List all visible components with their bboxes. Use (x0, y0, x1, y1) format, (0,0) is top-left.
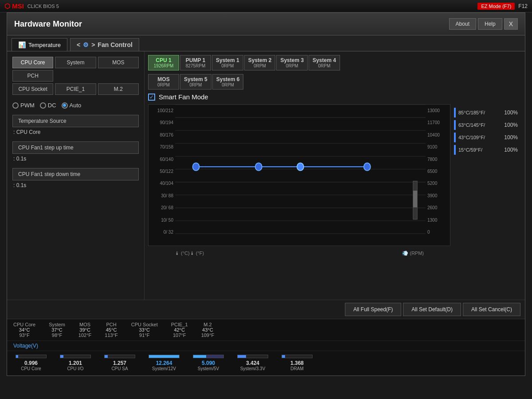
reading-pcie1-tempf: 107°F (173, 332, 186, 338)
fahrenheit-icon: 🌡 (°F) (190, 250, 204, 256)
tab-temperature[interactable]: 📊 Temperature (12, 38, 67, 51)
about-button[interactable]: About (449, 18, 476, 30)
chart-y-right: 13000 11700 10400 9100 7800 6500 5200 39… (426, 105, 450, 246)
voltage-cpu-sa-bar-container (104, 355, 135, 358)
pwm-radio-outer (12, 102, 19, 109)
pwm-radio[interactable]: PWM (12, 102, 35, 109)
main-content: CPU Core System MOS PCH CPU Socket PCIE_… (7, 51, 525, 300)
auto-radio-dot (63, 104, 66, 107)
mode-radios: PWM DC Auto (12, 102, 139, 109)
fan-sys5[interactable]: System 5 0RPM (180, 74, 211, 90)
voltage-dram-bar-container (282, 355, 313, 358)
chart-y-left: 100/212 90/194 80/176 70/158 60/140 50/1… (149, 105, 175, 246)
rpm-label-6: 5200 (427, 181, 448, 186)
rpm-label-1: 11700 (427, 120, 448, 125)
set-cancel-button[interactable]: All Set Cancel(C) (463, 303, 520, 316)
check-icon: ✓ (149, 94, 154, 100)
smart-fan-checkbox[interactable]: ✓ (148, 94, 155, 101)
tab-fan-control[interactable]: < ⚙ > Fan Control (70, 38, 139, 51)
sensor-cpu-socket[interactable]: CPU Socket (12, 83, 53, 95)
sensor-mos[interactable]: MOS (98, 57, 139, 68)
fan-sys3-name: System 3 (280, 57, 304, 63)
voltage-sys12v-bar (149, 355, 179, 358)
temp-indicators: 85°C/185°F/ 100% 63°C/145°F/ 100% 43°C/1… (450, 104, 521, 257)
voltage-sys33v: 3.424 System/3.3V (235, 355, 270, 371)
voltage-sys12v-bar-container (149, 355, 180, 358)
step-up-button[interactable]: CPU Fan1 step up time (12, 141, 139, 154)
sensor-pch[interactable]: PCH (12, 70, 53, 82)
fan-sys2[interactable]: System 2 0RPM (244, 55, 276, 70)
tab-fan-label: Fan Control (98, 41, 133, 48)
reading-m2-name: M.2 (203, 322, 211, 327)
sensor-cpu-core[interactable]: CPU Core (12, 57, 53, 68)
reading-system-tempf: 98°F (52, 332, 62, 338)
tab-temperature-label: Temperature (28, 42, 61, 48)
fan-mos-name: MOS (152, 76, 175, 82)
set-default-button[interactable]: All Set Default(D) (403, 303, 461, 316)
fan-chart[interactable]: 100/212 90/194 80/176 70/158 60/140 50/1… (148, 104, 450, 246)
help-button[interactable]: Help (478, 18, 502, 30)
fan-sys4[interactable]: System 4 0RPM (309, 55, 340, 70)
reading-m2-temp: 43°C (202, 327, 213, 332)
reading-mos-name: MOS (79, 322, 90, 327)
temp-text-2: 63°C/145°F/ (458, 122, 501, 128)
temp-row-2: 63°C/145°F/ 100% (454, 120, 518, 130)
y-label-10: 0/ 32 (150, 230, 173, 235)
fan-sys5-name: System 5 (184, 76, 207, 82)
fan-mos[interactable]: MOS 0RPM (148, 74, 179, 90)
fan-cpu1[interactable]: CPU 1 1926RPM (148, 55, 179, 70)
sensor-system[interactable]: System (55, 57, 96, 68)
voltage-cpu-io-label: CPU I/O (67, 366, 83, 371)
auto-radio-outer (62, 102, 68, 109)
tab-bar: 📊 Temperature < ⚙ > Fan Control (7, 35, 525, 51)
step-down-button[interactable]: CPU Fan1 step down time (12, 168, 139, 180)
reading-m2-tempf: 109°F (201, 332, 214, 338)
fan-sys2-name: System 2 (248, 57, 272, 63)
voltage-cpu-io-val: 1.201 (69, 360, 82, 366)
voltage-dram-val: 1.368 (290, 360, 304, 366)
sensor-grid-bottom: CPU Socket PCIE_1 M.2 (12, 83, 139, 95)
fan-sys6[interactable]: System 6 0RPM (212, 74, 244, 90)
y-label-3: 70/158 (150, 145, 173, 149)
fan-pump1[interactable]: PUMP 1 8275RPM (180, 55, 211, 70)
sensor-m2[interactable]: M.2 (98, 83, 139, 95)
dc-radio[interactable]: DC (40, 102, 56, 109)
rpm-label-5: 6500 (427, 169, 448, 174)
chart-main[interactable] (175, 105, 426, 246)
temp-source-button[interactable]: Temperature Source (12, 115, 139, 127)
voltage-sys33v-val: 3.424 (246, 360, 259, 366)
ez-mode-button[interactable]: EZ Mode (F7) (477, 3, 515, 10)
rpm-label-7: 3900 (427, 193, 448, 198)
celsius-icon: 🌡 (°C) (175, 250, 190, 256)
sensor-pcie1[interactable]: PCIE_1 (55, 83, 96, 95)
reading-pch-name: PCH (106, 322, 116, 327)
rpm-label-0: 13000 (427, 108, 448, 113)
voltage-cpu-sa-val: 1.257 (113, 360, 126, 366)
voltage-dram-label: DRAM (290, 366, 303, 371)
reading-cpu-core-name: CPU Core (13, 322, 35, 327)
reading-cpu-socket-name: CPU Socket (131, 322, 158, 327)
smart-fan-header: ✓ Smart Fan Mode (148, 93, 521, 101)
fan-icon: ⚙ (83, 41, 89, 48)
close-button[interactable]: X (504, 18, 518, 30)
dc-label: DC (48, 102, 56, 109)
msi-logo: ⬡ MSI (4, 2, 24, 10)
fan-curve-svg (175, 105, 426, 246)
temp-row-3: 43°C/109°F/ 100% (454, 133, 518, 142)
y-label-1: 90/194 (150, 120, 173, 125)
voltage-cpu-io: 1.201 CPU I/O (58, 355, 93, 371)
rpm-label-9: 1300 (427, 218, 448, 223)
status-bar: CPU Core 34°C 93°F System 37°C 98°F MOS … (7, 319, 525, 340)
temp-pct-4: 100% (504, 147, 518, 153)
fan-sys1[interactable]: System 1 0RPM (212, 55, 243, 70)
full-speed-button[interactable]: All Full Speed(F) (345, 303, 401, 316)
voltage-cpu-io-bar-container (60, 355, 91, 358)
temp-row-1: 85°C/185°F/ 100% (454, 108, 518, 117)
fan-sys3[interactable]: System 3 0RPM (276, 55, 308, 70)
msi-top-bar: ⬡ MSI CLICK BIOS 5 EZ Mode (F7) F12 (0, 0, 532, 12)
reading-cpu-core-tempf: 93°F (19, 332, 29, 338)
temp-row-4: 15°C/59°F/ 100% (454, 145, 518, 155)
reading-cpu-socket: CPU Socket 33°C 91°F (131, 322, 158, 338)
auto-radio[interactable]: Auto (62, 102, 82, 109)
voltage-link[interactable]: Voltage(V) (13, 343, 38, 349)
